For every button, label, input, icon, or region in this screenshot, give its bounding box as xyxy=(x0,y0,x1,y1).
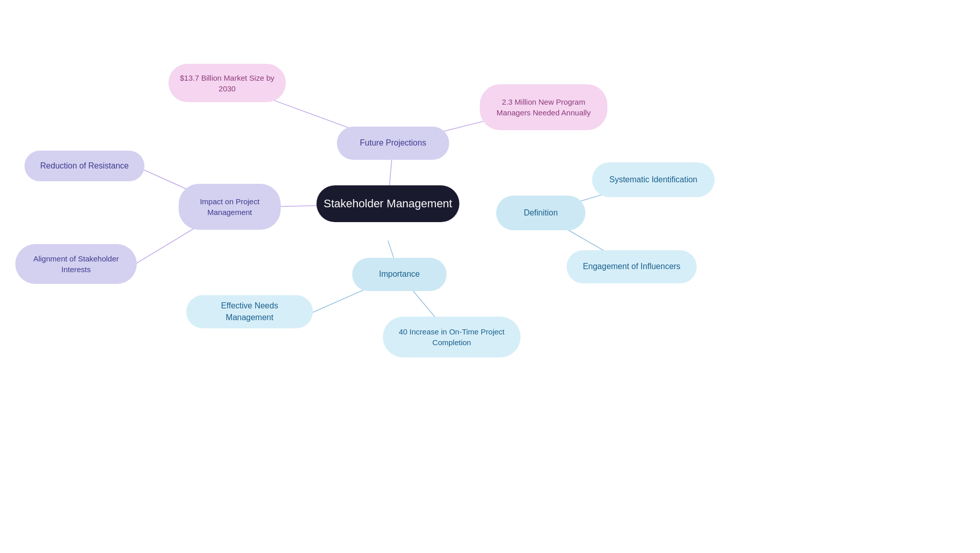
definition-node: Definition xyxy=(496,196,585,230)
program-managers-node: 2.3 Million New Program Managers Needed … xyxy=(480,84,607,130)
engagement-node: Engagement of Influencers xyxy=(567,250,697,283)
definition-label: Definition xyxy=(524,207,558,219)
future-projections-node: Future Projections xyxy=(337,127,449,160)
systematic-label: Systematic Identification xyxy=(609,174,698,185)
impact-label: Impact on Project Management xyxy=(189,196,271,218)
on-time-label: 40 Increase in On-Time Project Completio… xyxy=(393,326,510,348)
importance-node: Importance xyxy=(352,258,447,291)
alignment-label: Alignment of Stakeholder Interests xyxy=(26,253,127,275)
center-node: Stakeholder Management xyxy=(316,185,459,222)
alignment-node: Alignment of Stakeholder Interests xyxy=(15,244,137,284)
effective-needs-node: Effective Needs Management xyxy=(186,295,313,328)
engagement-label: Engagement of Influencers xyxy=(583,261,680,272)
impact-node: Impact on Project Management xyxy=(179,184,281,230)
future-projections-label: Future Projections xyxy=(360,137,426,149)
program-managers-label: 2.3 Million New Program Managers Needed … xyxy=(490,97,597,118)
systematic-node: Systematic Identification xyxy=(592,162,715,197)
on-time-node: 40 Increase in On-Time Project Completio… xyxy=(383,317,521,357)
importance-label: Importance xyxy=(379,269,420,280)
market-size-node: $13.7 Billion Market Size by 2030 xyxy=(168,64,286,102)
reduction-node: Reduction of Resistance xyxy=(24,151,144,181)
reduction-label: Reduction of Resistance xyxy=(40,160,129,172)
market-size-label: $13.7 Billion Market Size by 2030 xyxy=(179,73,276,94)
center-node-label: Stakeholder Management xyxy=(324,197,452,210)
effective-needs-label: Effective Needs Management xyxy=(197,300,303,323)
